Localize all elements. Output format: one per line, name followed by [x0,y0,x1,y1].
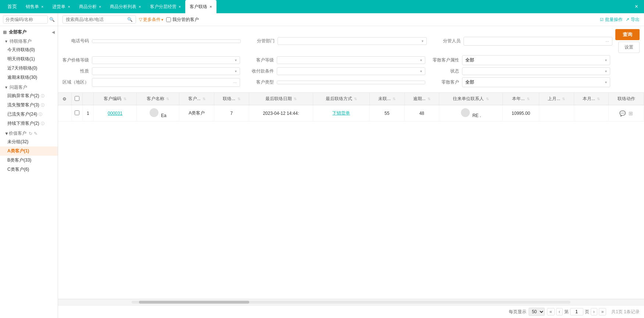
phone-input[interactable] [92,39,241,43]
nature-input[interactable]: ▾ [92,67,240,75]
customer-level-input[interactable]: ▾ [277,56,425,64]
th-this-year[interactable]: 本年... ⇅ [503,93,539,105]
sidebar-item-churn-warning[interactable]: 流失预警客户(3) ⓘ [0,100,58,110]
sidebar-item-a-class[interactable]: A类客户(1) [0,146,58,156]
th-seq [82,93,94,105]
th-type[interactable]: 客户... ⇅ [179,93,214,105]
sidebar-item-overdue[interactable]: 逾期未联络(30) [0,73,58,82]
person-input[interactable]: ··· [464,37,612,46]
cell-seq: 1 [82,105,94,121]
payment-label: 收付款条件 [247,68,277,74]
status-input[interactable]: ▾ [462,67,610,75]
filter-more-conditions[interactable]: ▽ 更多条件 ▾ [139,17,163,23]
my-customers-checkbox[interactable] [166,17,171,22]
sidebar-item-7days[interactable]: 近7天待联络(0) [0,64,58,73]
sidebar-search-icon[interactable]: 🔍 [49,17,55,22]
nav-tab-analysis[interactable]: 商品分析 × [75,0,105,13]
sidebar-item-c-class[interactable]: C类客户(6) [0,165,58,174]
refresh-icon[interactable]: ↻ [29,131,32,136]
close-customer-contact-tab[interactable]: × [210,4,212,9]
filter-search-input[interactable] [66,17,126,22]
th-settings[interactable]: ⚙ [58,93,71,105]
edit-icon[interactable]: ✎ [34,131,37,136]
filter-row-3: 性质 ▾ 收付款条件 ▾ 状态 [62,67,640,75]
nav-tab-sales[interactable]: 销售单 × [21,0,48,13]
retail-attr-input[interactable]: 全部 ▾ [462,55,610,65]
customer-code-link[interactable]: 000031 [108,111,122,116]
customer-type-input[interactable] [277,81,425,84]
customer-name-text: Ea [161,113,167,118]
problem-customers-group: ▼ 问题客户 回购异常客户(2) ⓘ 流失预警客户(3) ⓘ 已流失客户(24)… [0,83,58,128]
nav-home[interactable]: 首页 [3,3,21,10]
prev-page-button[interactable]: ‹ [556,308,563,315]
close-purchase-tab[interactable]: × [68,4,70,9]
region-label: 区域（地区） [62,79,92,85]
sidebar-item-today[interactable]: 今天待联络(0) [0,45,58,54]
retail-attr-arrow-icon: ▾ [605,58,607,62]
row-checkbox[interactable] [75,110,79,115]
page-number-input[interactable] [570,308,583,315]
sidebar-item-tomorrow[interactable]: 明天待联络(1) [0,54,58,64]
pending-contact-group: ▼ 待联络客户 今天待联络(0) 明天待联络(1) 近7天待联络(0) 逾期未联… [0,37,58,82]
first-page-button[interactable]: « [547,308,555,315]
sidebar-item-repurchase-abnormal[interactable]: 回购异常客户(2) ⓘ [0,91,58,100]
info-icon-4: ⓘ [41,121,44,126]
query-button[interactable]: 查询 [615,29,640,40]
cell-contact: 7 [214,105,249,121]
th-this-month[interactable]: 本月... ⇅ [574,93,609,105]
pending-contact-title[interactable]: ▼ 待联络客户 [0,37,58,45]
value-customers-title[interactable]: ▼ 价值客户 ↻ ✎ [0,129,58,137]
sidebar-collapse-btn[interactable]: ◀ [52,30,55,34]
problem-customers-title[interactable]: ▼ 问题客户 [0,83,58,91]
nav-tab-analysis-list[interactable]: 商品分析列表 × [105,0,145,13]
dept-input[interactable]: ▾ [278,37,426,45]
th-last-method[interactable]: 最后联络方式 ⇅ [313,93,369,105]
sidebar-item-b-class[interactable]: B类客户(33) [0,156,58,165]
retail-input[interactable]: 全部 ▾ [462,77,610,87]
all-customers-header[interactable]: ⊞ 全部客户 ◀ [0,26,58,37]
th-last-date[interactable]: 最后联络日期 ⇅ [249,93,313,105]
sidebar-item-unclassified[interactable]: 未分组(32) [0,137,58,146]
nav-tab-purchase[interactable]: 进货单 × [48,0,74,13]
qrcode-icon[interactable]: ⊞ [629,110,633,116]
phone-field: 电话号码 [62,38,241,44]
region-input[interactable]: ··· [92,78,240,87]
price-level-input[interactable]: ▾ [92,56,240,64]
close-analysis-tab[interactable]: × [99,4,101,9]
next-page-button[interactable]: › [591,308,597,315]
settings-button[interactable]: 设置 [618,42,640,53]
th-name[interactable]: 客户名称 ⇅ [136,93,179,105]
window-close-button[interactable]: × [632,3,641,10]
sort-icon-type: ⇅ [203,97,205,101]
nav-tab-customer-contact[interactable]: 客户联络 × [185,0,216,13]
sidebar-search-input[interactable] [3,15,48,24]
th-contact[interactable]: 联络... ⇅ [214,93,249,105]
payment-input[interactable]: ▾ [277,67,425,75]
scroll-track[interactable] [132,301,570,304]
close-analysis-list-tab[interactable]: × [139,4,141,9]
nav-tab-customer-layer[interactable]: 客户分层经营 × [146,0,185,13]
th-no-contact[interactable]: 未联... ⇅ [369,93,404,105]
filter-search-box: 🔍 [62,15,136,24]
th-last-month[interactable]: 上月... ⇅ [539,93,574,105]
last-method-link[interactable]: 下销货单 [332,110,350,116]
customer-table: ⚙ 客户编码 ⇅ 客户名称 ⇅ [58,93,644,121]
horizontal-scrollbar[interactable] [58,299,644,305]
th-overdue[interactable]: 逾期... ⇅ [404,93,439,105]
close-customer-layer-tab[interactable]: × [179,4,181,9]
sidebar-item-churned[interactable]: 已流失客户(24) ⓘ [0,110,58,119]
last-page-button[interactable]: » [599,308,607,315]
select-all-checkbox[interactable] [75,96,79,101]
sidebar-item-declining[interactable]: 持续下滑客户(2) ⓘ [0,119,58,128]
close-sales-tab[interactable]: × [41,4,43,9]
export-button[interactable]: ↗ 导出 [626,17,640,23]
batch-ops-button[interactable]: ☑ 批量操作 [600,17,623,23]
th-unit-contact[interactable]: 往来单位联系人 ⇅ [439,93,503,105]
scroll-thumb[interactable] [139,301,249,304]
message-icon[interactable]: 💬 [619,110,626,116]
per-page-select[interactable]: 50 [529,308,545,316]
th-code[interactable]: 客户编码 ⇅ [94,93,137,105]
sort-icon-unit-contact: ⇅ [486,97,489,101]
filter-search-icon[interactable]: 🔍 [127,17,133,22]
page-info: 第 页 [564,308,589,315]
